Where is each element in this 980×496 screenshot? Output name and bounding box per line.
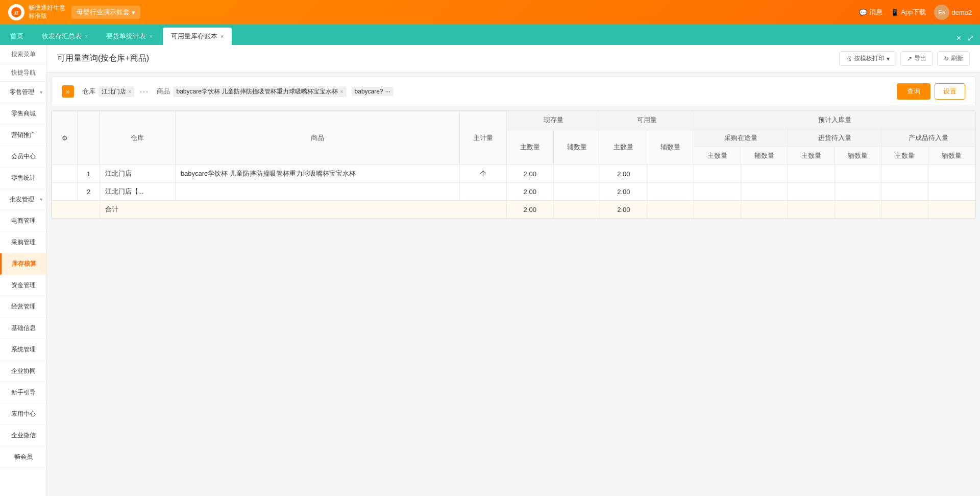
total-available-aux [647, 201, 694, 219]
row-index-0: 1 [78, 165, 100, 183]
th-stock-aux: 辅数量 [553, 129, 600, 165]
tab-available[interactable]: 可用量库存账本 × [163, 28, 232, 45]
row-unit-0: 个 [460, 165, 507, 183]
sidebar-item-operations[interactable]: 经营管理 [0, 296, 46, 318]
product-tag-1-remove[interactable]: × [340, 88, 343, 95]
export-button[interactable]: ↗ 导出 [900, 51, 933, 66]
sidebar-item-basic-info[interactable]: 基础信息 [0, 318, 46, 339]
total-label: 合计 [100, 201, 506, 219]
th-settings[interactable]: ⚙ [52, 111, 78, 165]
sidebar-item-system[interactable]: 系统管理 [0, 339, 46, 361]
table-area: ⚙ 仓库 商品 主计量 现存量 可用量 预计入库量 主数量 辅数量 主数量 [51, 110, 976, 219]
tab-receive[interactable]: 收发存汇总表 × [34, 28, 96, 45]
sidebar-item-enterprise-wechat[interactable]: 企业微信 [0, 425, 46, 446]
row-purchase-main-0 [694, 165, 741, 183]
sidebar-item-member-center[interactable]: 会员中心 [0, 146, 46, 168]
th-index [78, 111, 100, 165]
refresh-icon: ↻ [944, 55, 949, 62]
row-incoming-aux-1 [835, 183, 881, 201]
sidebar-item-purchase[interactable]: 采购管理 [0, 232, 46, 253]
total-stock-aux [553, 201, 600, 219]
tab-close-receive[interactable]: × [85, 33, 88, 39]
sidebar-item-enterprise[interactable]: 企业协同 [0, 361, 46, 382]
sidebar-quick-nav[interactable]: 快捷导航 [0, 64, 46, 82]
sidebar-item-app-center[interactable]: 应用中心 [0, 404, 46, 425]
table-row: 1 江北门店 babycare学饮杯 儿童防摔防撞吸管杯重力球吸嘴杯宝宝水杯 个… [52, 165, 975, 183]
th-group-stock: 现存量 [506, 111, 600, 129]
sidebar-item-new-guide[interactable]: 新手引导 [0, 382, 46, 404]
warehouse-tag-remove[interactable]: × [128, 88, 131, 95]
export-icon: ↗ [907, 55, 912, 62]
row-warehouse-0: 江北门店 [100, 165, 175, 183]
tab-close-goods-stat[interactable]: × [149, 33, 152, 39]
th-group-production: 产成品待入量 [881, 129, 975, 147]
row-production-aux-1 [928, 183, 975, 201]
tab-bar: 首页 收发存汇总表 × 要货单统计表 × 可用量库存账本 × × ⤢ [0, 25, 980, 45]
tab-bar-actions: × ⤢ [954, 31, 980, 45]
content-area: 可用量查询(按仓库+商品) 🖨 按模板打印 ▾ ↗ 导出 ↻ 刷新 » [47, 45, 980, 496]
tab-fullscreen-button[interactable]: ⤢ [965, 31, 976, 45]
row-warehouse-1: 江北门店【... [100, 183, 175, 201]
sidebar-search[interactable]: 搜索菜单 [0, 45, 46, 64]
print-icon: 🖨 [846, 55, 852, 62]
product-tag-1: babycare学饮杯 儿童防摔防撞吸管杯重力球吸嘴杯宝宝水杯 × [173, 86, 346, 97]
sidebar-item-marketing[interactable]: 营销推广 [0, 125, 46, 146]
product-label: 商品 [157, 87, 170, 96]
sidebar-item-retail-mall[interactable]: 零售商城 [0, 103, 46, 125]
sidebar-item-ecommerce[interactable]: 电商管理 [0, 210, 46, 232]
top-bar-left: 好 畅捷通好生意 标准版 母婴行业演示账套 ▾ [8, 4, 140, 20]
total-stock-main: 2.00 [506, 201, 553, 219]
row-stock-aux-0 [553, 165, 600, 183]
th-warehouse: 仓库 [100, 111, 175, 165]
refresh-button[interactable]: ↻ 刷新 [937, 51, 970, 66]
tab-goods-stat[interactable]: 要货单统计表 × [98, 28, 160, 45]
th-main-unit: 主计量 [460, 111, 507, 165]
sidebar-item-retail-mgmt[interactable]: 零售管理 ▾ [0, 82, 46, 103]
warehouse-tag: 江北门店 × [99, 86, 134, 97]
sidebar-item-wholesale-mgmt[interactable]: 批发管理 ▾ [0, 189, 46, 210]
th-available-main: 主数量 [600, 129, 647, 165]
row-purchase-aux-0 [741, 165, 788, 183]
avatar: Ea [934, 5, 949, 20]
main-layout: 搜索菜单 快捷导航 零售管理 ▾ 零售商城 营销推广 会员中心 零售统计 批发管… [0, 45, 980, 496]
row-settings-1 [52, 183, 78, 201]
warehouse-more-button[interactable]: ··· [139, 86, 149, 97]
row-purchase-main-1 [694, 183, 741, 201]
query-button[interactable]: 查询 [897, 83, 930, 100]
filter-area: » 仓库 江北门店 × ··· 商品 babycare学饮杯 儿童防摔防撞吸管杯… [51, 77, 976, 106]
sidebar-item-inventory[interactable]: 库存核算 [0, 253, 46, 275]
tab-close-available[interactable]: × [220, 33, 224, 39]
data-table: ⚙ 仓库 商品 主计量 现存量 可用量 预计入库量 主数量 辅数量 主数量 [52, 111, 975, 219]
download-icon: 📱 [891, 9, 899, 16]
filter-expand-button[interactable]: » [62, 85, 74, 98]
row-stock-main-0: 2.00 [506, 165, 553, 183]
messages-button[interactable]: 💬 消息 [859, 8, 883, 17]
app-download-button[interactable]: 📱 App下载 [891, 8, 926, 17]
row-incoming-main-1 [788, 183, 835, 201]
total-incoming-aux [835, 201, 881, 219]
sidebar: 搜索菜单 快捷导航 零售管理 ▾ 零售商城 营销推广 会员中心 零售统计 批发管… [0, 45, 47, 496]
th-purchase-main: 主数量 [694, 147, 741, 165]
page-title: 可用量查询(按仓库+商品) [57, 53, 149, 64]
sidebar-item-retail-stats[interactable]: 零售统计 [0, 168, 46, 189]
tab-close-all-button[interactable]: × [954, 32, 963, 45]
total-row: 合计 2.00 2.00 [52, 201, 975, 219]
settings-button[interactable]: 设置 [935, 83, 965, 100]
row-stock-main-1: 2.00 [506, 183, 553, 201]
row-available-aux-0 [647, 165, 694, 183]
th-product: 商品 [175, 111, 459, 165]
top-bar: 好 畅捷通好生意 标准版 母婴行业演示账套 ▾ 💬 消息 📱 App下载 Ea … [0, 0, 980, 25]
sidebar-item-finance[interactable]: 资金管理 [0, 275, 46, 296]
chevron-icon: ▾ [40, 89, 42, 95]
row-production-main-1 [881, 183, 928, 201]
user-area[interactable]: Ea demo2 [934, 5, 972, 20]
print-button[interactable]: 🖨 按模板打印 ▾ [839, 51, 896, 66]
org-selector[interactable]: 母婴行业演示账套 ▾ [71, 6, 140, 19]
th-purchase-aux: 辅数量 [741, 147, 788, 165]
tab-home[interactable]: 首页 [2, 28, 32, 45]
row-incoming-aux-0 [835, 165, 881, 183]
top-bar-right: 💬 消息 📱 App下载 Ea demo2 [859, 5, 972, 20]
sidebar-item-vip-member[interactable]: 畅会员 [0, 446, 46, 468]
row-purchase-aux-1 [741, 183, 788, 201]
filter-actions: 查询 设置 [897, 83, 965, 100]
